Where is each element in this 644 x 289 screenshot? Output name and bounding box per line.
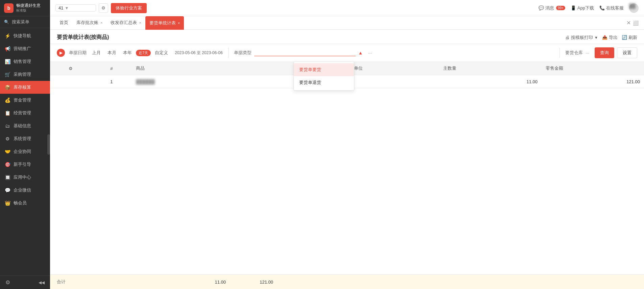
date-btn-7days[interactable]: 近7天: [136, 50, 151, 56]
sidebar-item-basic[interactable]: 🗂 基础信息: [0, 119, 50, 132]
date-btn-this-year[interactable]: 本年: [120, 49, 135, 57]
online-service-label: 在线客服: [606, 5, 624, 11]
tab-bar-expand-icon[interactable]: ⬜: [633, 20, 639, 26]
message-icon: 💬: [539, 5, 544, 10]
dropdown-item-requisition-order[interactable]: 要货单要货: [294, 63, 354, 76]
sidebar-search-label: 搜索菜单: [12, 19, 29, 25]
sidebar-item-system[interactable]: ⚙ 系统管理: [0, 132, 50, 145]
messages-label: 消息: [545, 5, 554, 11]
tab-close-icon[interactable]: ×: [100, 21, 102, 25]
print-action[interactable]: 🖨 按模板打印 ▼: [565, 35, 598, 41]
warehouse-filter-label: 要货仓库: [565, 50, 583, 56]
messages-action[interactable]: 💬 消息 99+: [539, 5, 565, 11]
sidebar-item-wechat[interactable]: 💬 企业微信: [0, 184, 50, 197]
gear-icon: ⚙: [101, 5, 105, 10]
quick-nav-icon: ⚡: [4, 33, 11, 39]
table-wrapper: ⚙ # 商品 主计量单位 主数量 零售金额 1 ██████: [50, 62, 644, 274]
page-title: 要货单统计表(按商品): [57, 34, 109, 41]
member-icon: 👑: [4, 200, 11, 206]
sidebar-item-app-center[interactable]: 🔲 应用中心: [0, 171, 50, 184]
sidebar-item-label: 采购管理: [14, 71, 46, 77]
sidebar-search[interactable]: 🔍 搜索菜单: [0, 16, 50, 28]
messages-badge: 99+: [556, 6, 565, 10]
sidebar-item-marketing[interactable]: 📢 营销推广: [0, 42, 50, 55]
col-settings[interactable]: ⚙: [50, 62, 91, 75]
filter-setting-button[interactable]: 设置: [617, 47, 637, 58]
sidebar-item-sales[interactable]: 📊 销售管理: [0, 55, 50, 68]
tab-requisition[interactable]: 要货单统计表 ×: [145, 16, 184, 30]
filter-bar: ▶ 单据日期 上月 本月 本年 近7天 自定义 2023-05-06 至 202…: [50, 44, 644, 62]
sidebar-item-inventory[interactable]: 📦 库存核算: [0, 81, 50, 94]
app-download-action[interactable]: 📱 App下载: [571, 5, 594, 11]
filter-expand-button[interactable]: ▶: [57, 49, 65, 57]
dropdown-item-requisition-return[interactable]: 要货单退货: [294, 76, 354, 89]
footer-amount: 121.00: [233, 280, 273, 285]
sidebar-item-newbie[interactable]: 🎯 新手引导: [0, 158, 50, 171]
tab-label: 首页: [59, 20, 68, 26]
app-name: 畅捷通好生意: [16, 3, 41, 8]
date-btn-this-month[interactable]: 本月: [105, 49, 119, 57]
sidebar-item-label: 营销推广: [14, 46, 46, 52]
date-btn-custom[interactable]: 自定义: [152, 49, 171, 57]
chevron-down-icon: ▼: [594, 36, 598, 40]
sidebar-item-label: 经营管理: [14, 110, 46, 116]
footer-qty: 11.00: [185, 280, 226, 285]
tab-label: 库存批次账: [76, 20, 98, 26]
wechat-icon: 💬: [4, 187, 11, 193]
type-arrow-icon[interactable]: ▲: [358, 50, 363, 55]
tab-bar-close-icon[interactable]: ✕: [626, 20, 631, 26]
type-dropdown: 要货单要货 要货单退货: [293, 62, 354, 91]
sidebar-item-enterprise[interactable]: 🤝 企业协同: [0, 145, 50, 158]
industry-button[interactable]: 体验行业方案: [111, 3, 147, 13]
sidebar-item-member[interactable]: 👑 畅会员: [0, 197, 50, 209]
tab-recv-summary[interactable]: 收发存汇总表 ×: [106, 16, 145, 30]
refresh-action[interactable]: 🔄 刷新: [622, 35, 637, 41]
sidebar-scroll-indicator: [47, 134, 50, 155]
newbie-icon: 🎯: [4, 162, 11, 167]
date-buttons: 上月 本月 本年 近7天 自定义: [89, 49, 171, 57]
tab-close-icon[interactable]: ×: [178, 21, 180, 25]
online-service-action[interactable]: 📞 在线客服: [599, 5, 624, 11]
sidebar-item-purchase[interactable]: 🛒 采购管理: [0, 68, 50, 81]
page-content: 要货单统计表(按商品) 🖨 按模板打印 ▼ 📤 导出 🔄 刷新: [50, 30, 644, 289]
filter-divider-2: [559, 48, 560, 58]
table-footer: 合计 11.00 121.00: [50, 274, 644, 289]
sidebar-logo: b 畅捷通好生意 标准版: [0, 0, 50, 16]
purchase-icon: 🛒: [4, 72, 11, 77]
marketing-icon: 📢: [4, 46, 11, 51]
export-action[interactable]: 📤 导出: [602, 35, 618, 41]
tab-close-icon[interactable]: ×: [139, 21, 141, 25]
sidebar-item-label: 系统管理: [14, 136, 46, 142]
col-amount: 零售金额: [542, 62, 644, 75]
search-icon: 🔍: [4, 20, 9, 24]
phone-icon: 📞: [599, 5, 605, 10]
app-center-icon: 🔲: [4, 175, 11, 180]
filter-buttons: 查询 设置: [595, 47, 637, 58]
sidebar-item-quick-nav[interactable]: ⚡ 快捷导航: [0, 29, 50, 42]
tab-home[interactable]: 首页: [55, 16, 72, 30]
query-button[interactable]: 查询: [595, 47, 614, 58]
type-filter-section: 单据类型 ▲ ···: [234, 49, 554, 56]
cell-settings: [50, 75, 91, 88]
chevron-down-icon: ▼: [65, 6, 69, 10]
mobile-icon: 📱: [571, 5, 576, 10]
tab-inventory-batch[interactable]: 库存批次账 ×: [72, 16, 106, 30]
avatar[interactable]: ██: [629, 3, 639, 13]
sidebar-item-finance[interactable]: 💰 资金管理: [0, 94, 50, 107]
main-content: 41 ▼ ⚙ 体验行业方案 💬 消息 99+ 📱 App下载 📞 在线客服 ██: [50, 0, 644, 289]
collapse-icon[interactable]: ◀◀: [39, 280, 45, 285]
sidebar-item-operation[interactable]: 📋 经营管理: [0, 107, 50, 119]
warehouse-dots-icon[interactable]: ···: [586, 50, 589, 55]
type-filter-label: 单据类型: [234, 50, 252, 56]
tab-selector[interactable]: 41 ▼: [55, 4, 96, 12]
cell-rownum: 1: [91, 75, 132, 88]
gear-button[interactable]: ⚙: [99, 3, 108, 13]
settings-icon[interactable]: ⚙: [5, 279, 10, 286]
app-download-label: App下载: [577, 5, 594, 11]
finance-icon: 💰: [4, 97, 11, 103]
type-filter-input[interactable]: [254, 49, 356, 56]
type-dots-icon[interactable]: ···: [368, 50, 372, 55]
date-btn-last-month[interactable]: 上月: [89, 49, 103, 57]
sidebar-item-label: 销售管理: [14, 59, 46, 65]
print-label: 按模板打印: [571, 35, 593, 41]
